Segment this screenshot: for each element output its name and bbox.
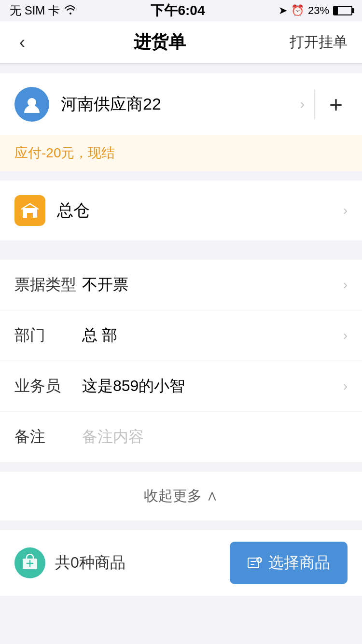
supplier-row[interactable]: 河南供应商22 › + (0, 73, 362, 135)
collapse-label: 收起更多 ∧ (144, 486, 218, 506)
invoice-type-value: 不开票 (82, 274, 343, 295)
warehouse-icon-bg (14, 195, 45, 226)
supplier-avatar (14, 87, 49, 122)
supplier-chevron-icon: › (300, 97, 305, 112)
page-background (0, 596, 362, 644)
invoice-type-label: 票据类型 (14, 274, 82, 295)
gap-3 (0, 240, 362, 250)
gap-1 (0, 64, 362, 73)
supplier-divider (314, 90, 315, 119)
warehouse-row[interactable]: 总仓 › (0, 181, 362, 240)
form-section: 票据类型 不开票 › 部门 总 部 › 业务员 这是859的小智 › 备注 备注… (0, 260, 362, 462)
gap-2 (0, 171, 362, 181)
supplier-name: 河南供应商22 (61, 93, 300, 115)
nav-bar: ‹ 进货单 打开挂单 (0, 21, 362, 64)
invoice-type-chevron-icon: › (343, 277, 348, 293)
carrier-label: 无 SIM 卡 (10, 3, 60, 18)
location-icon: ➤ (278, 4, 287, 17)
notice-banner: 应付-20元，现结 (0, 135, 362, 171)
remark-placeholder: 备注内容 (82, 426, 348, 448)
collapse-button[interactable]: 收起更多 ∧ (0, 472, 362, 520)
invoice-type-row[interactable]: 票据类型 不开票 › (0, 260, 362, 310)
department-chevron-icon: › (343, 328, 348, 343)
status-time: 下午6:04 (151, 1, 205, 20)
salesperson-value: 这是859的小智 (82, 376, 343, 397)
back-button[interactable]: ‹ (14, 28, 30, 57)
status-left: 无 SIM 卡 (10, 3, 77, 18)
department-row[interactable]: 部门 总 部 › (0, 310, 362, 361)
department-value: 总 部 (82, 325, 343, 346)
product-icon-bg (14, 547, 45, 578)
remark-label: 备注 (14, 426, 82, 448)
salesperson-label: 业务员 (14, 376, 82, 397)
warehouse-card[interactable]: 总仓 › (0, 181, 362, 240)
notice-text: 应付-20元，现结 (14, 145, 115, 160)
select-product-button[interactable]: 选择商品 (230, 542, 348, 584)
warehouse-label: 总仓 (57, 199, 343, 222)
warehouse-chevron-icon: › (343, 203, 348, 218)
svg-rect-2 (27, 213, 33, 218)
remark-row[interactable]: 备注 备注内容 (0, 412, 362, 462)
department-label: 部门 (14, 325, 82, 346)
product-count-label: 共0种商品 (55, 552, 220, 574)
status-bar: 无 SIM 卡 下午6:04 ➤ ⏰ 23% (0, 0, 362, 21)
page-title: 进货单 (134, 30, 186, 54)
salesperson-chevron-icon: › (343, 378, 348, 394)
add-supplier-button[interactable]: + (324, 91, 348, 118)
select-product-label: 选择商品 (268, 552, 330, 574)
battery-icon (333, 6, 352, 15)
salesperson-row[interactable]: 业务员 这是859的小智 › (0, 361, 362, 412)
alarm-icon: ⏰ (291, 4, 304, 17)
wifi-icon (64, 4, 77, 17)
battery-label: 23% (308, 4, 329, 17)
status-right: ➤ ⏰ 23% (278, 4, 352, 17)
supplier-card: 河南供应商22 › + 应付-20元，现结 (0, 73, 362, 171)
open-pending-button[interactable]: 打开挂单 (290, 32, 348, 52)
bottom-bar: 共0种商品 选择商品 (0, 530, 362, 596)
